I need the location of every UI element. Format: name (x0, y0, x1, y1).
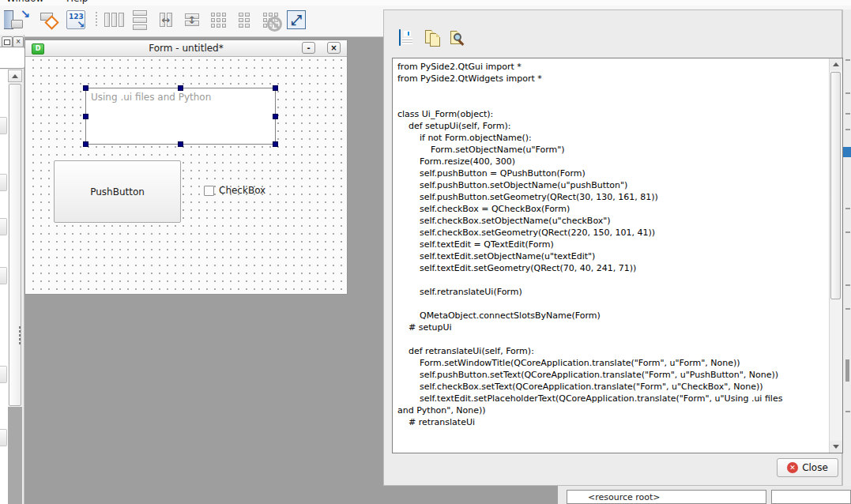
qt-designer-screen: Window Help ↘ 123 ↘ (0, 0, 851, 504)
edit-tab-order-button[interactable]: 123 ↘ (66, 9, 86, 30)
check-box-label: CheckBox (219, 185, 265, 196)
copy-icon (424, 30, 442, 47)
form-designer-window: D Form - untitled* - × Using .ui files a… (24, 39, 348, 295)
menu-item-window[interactable]: Window (6, 0, 43, 4)
layout-splitter-vertical-button[interactable]: ↕ (182, 9, 202, 30)
generated-python-code: from PySide2.QtGui import * from PySide2… (397, 61, 782, 428)
signal-slot-icon: ↘ (10, 10, 29, 29)
push-button-widget[interactable]: PushButton (54, 160, 181, 223)
dock-splitter-handle[interactable] (18, 325, 21, 346)
widget-category-row[interactable] (0, 174, 7, 191)
resource-browser-panel: <resource root> (558, 486, 851, 504)
close-dialog-button[interactable]: ✕ Close (777, 458, 838, 477)
selection-handle-w[interactable] (83, 114, 88, 119)
break-layout-button[interactable] (260, 9, 281, 30)
close-circle-icon: ✕ (787, 462, 798, 473)
selection-handle-s[interactable] (178, 141, 183, 147)
dock-close-button[interactable]: × (13, 36, 24, 47)
clipped-right-panel (842, 9, 851, 504)
code-view[interactable]: from PySide2.QtGui import * from PySide2… (392, 58, 843, 453)
selection-handle-ne[interactable] (273, 85, 278, 91)
selection-handle-n[interactable] (178, 85, 183, 91)
layout-vertical-button[interactable] (130, 9, 150, 30)
copy-code-button[interactable] (424, 30, 442, 47)
dock-scrollbar-lower-track[interactable] (8, 407, 22, 504)
widget-filter-input[interactable] (0, 47, 25, 69)
layout-grid-button[interactable] (208, 9, 228, 30)
selection-handle-nw[interactable] (83, 85, 88, 91)
resource-tree[interactable]: <resource root> (567, 490, 766, 504)
close-button-label: Close (802, 462, 828, 473)
buddy-icon (40, 10, 58, 29)
code-scrollbar[interactable] (829, 58, 842, 453)
dock-float-button[interactable] (2, 36, 13, 47)
dock-scrollbar-thumb[interactable] (9, 84, 21, 406)
save-code-button[interactable] (399, 30, 416, 47)
code-scroll-down[interactable] (830, 441, 842, 453)
selected-item-edge (843, 147, 851, 157)
arrow-up-icon (12, 74, 18, 78)
layout-vertical-icon (133, 10, 147, 30)
adjust-size-icon: ⤢ (287, 10, 306, 29)
widget-category-row[interactable] (0, 366, 7, 383)
widget-category-row[interactable] (0, 218, 7, 235)
selection-handle-sw[interactable] (83, 141, 88, 147)
layout-splitter-horizontal-button[interactable]: ↔ (156, 9, 176, 30)
code-scrollbar-thumb[interactable] (830, 72, 841, 299)
toolbar-separator (96, 12, 97, 28)
widget-category-row[interactable] (0, 117, 7, 134)
layout-horizontal-icon (104, 13, 124, 27)
push-button-label: PushButton (90, 186, 145, 197)
find-in-code-button[interactable] (450, 30, 467, 47)
resource-side-box[interactable] (771, 490, 851, 504)
menu-item-help[interactable]: Help (66, 0, 88, 4)
save-icon (399, 29, 401, 46)
widget-category-row[interactable] (0, 429, 7, 446)
edit-buddies-button[interactable] (39, 9, 59, 30)
grid-layout-icon (211, 13, 226, 28)
form-layout-icon (239, 13, 250, 28)
arrow-down-icon (833, 445, 839, 449)
code-scroll-up[interactable] (830, 58, 842, 70)
dock-scrollbar-up[interactable] (8, 70, 22, 82)
menu-bar: Window Help (0, 0, 851, 6)
text-edit-widget[interactable]: Using .ui files and Python (85, 88, 276, 145)
adjust-size-button[interactable]: ⤢ (286, 9, 307, 30)
code-preview-dialog: from PySide2.QtGui import * from PySide2… (383, 9, 842, 486)
tab-order-icon: 123 ↘ (66, 10, 85, 29)
widget-category-row[interactable] (0, 267, 7, 284)
form-window-titlebar[interactable]: D Form - untitled* - × (25, 40, 347, 57)
resource-root-item[interactable]: <resource root> (588, 492, 661, 502)
layout-horizontal-button[interactable] (104, 9, 124, 30)
check-box-indicator[interactable] (204, 186, 214, 196)
float-icon (4, 39, 10, 45)
form-canvas[interactable]: Using .ui files and Python PushButton Ch… (26, 57, 346, 293)
selection-handle-e[interactable] (273, 114, 278, 119)
no-sign-icon (267, 17, 282, 32)
edit-signals-slots-button[interactable]: ↘ (9, 9, 30, 30)
close-icon: × (16, 39, 21, 45)
form-window-title: Form - untitled* (25, 43, 347, 54)
text-edit-placeholder: Using .ui files and Python (91, 92, 211, 103)
form-close-button[interactable]: × (327, 42, 341, 54)
layout-form-button[interactable] (234, 9, 254, 30)
arrow-up-icon (833, 62, 839, 66)
form-minimize-button[interactable]: - (302, 42, 315, 54)
selection-handle-se[interactable] (273, 141, 278, 147)
widget-box-dock: × (0, 35, 24, 504)
